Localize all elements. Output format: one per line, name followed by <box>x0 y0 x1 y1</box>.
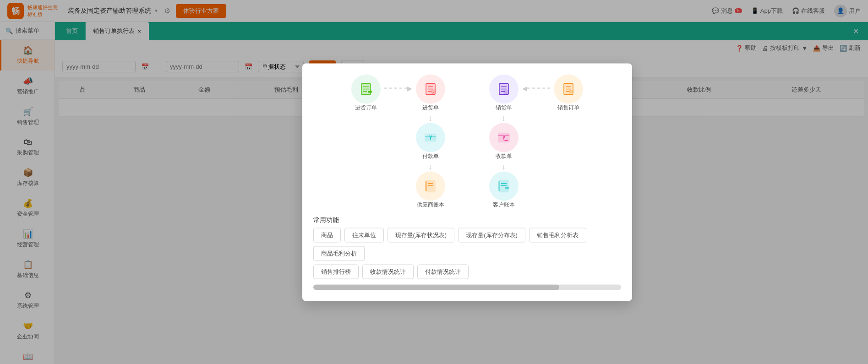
svg-rect-17 <box>504 90 508 93</box>
payment-bill-icon: ¥ <box>416 123 445 152</box>
receipt-bill-icon: ¥ <box>489 123 519 152</box>
flow-popup: 进货订单 ▶ ✓ <box>302 63 632 301</box>
flow-row-arrows-2: ↓ ↓ <box>313 162 621 171</box>
func-buttons-row-1: 商品 往来单位 现存量(库存状况表) 现存量(库存分布表) 销售毛利分析表 商品… <box>313 228 621 261</box>
flow-row-arrows: ↓ ↓ <box>313 113 621 123</box>
svg-text:✓: ✓ <box>431 90 435 94</box>
scrollbar-thumb <box>313 284 560 290</box>
func-buttons-row-2: 销售排行榜 收款情况统计 付款情况统计 <box>313 264 621 279</box>
sales-bill-icon <box>489 74 519 103</box>
purchase-bill-icon: ✓ <box>416 74 445 103</box>
svg-rect-35 <box>499 180 508 192</box>
customer-ledger-icon <box>489 171 519 201</box>
flow-diagram: 进货订单 ▶ ✓ <box>313 74 621 208</box>
func-btn-sales-profit-analysis[interactable]: 销售毛利分析表 <box>529 228 586 242</box>
func-btn-payment-stats[interactable]: 付款情况统计 <box>417 264 469 279</box>
arrow-down-purchase-bill: ↓ <box>416 113 445 123</box>
arrow-down-receipt: ↓ <box>489 162 519 171</box>
flow-node-sales-order[interactable]: 销售订单 <box>554 74 583 111</box>
horizontal-scrollbar[interactable] <box>313 284 621 290</box>
supplier-ledger-icon <box>416 171 445 201</box>
purchase-order-icon <box>351 74 381 103</box>
flow-row-5: 供应商账本 客户账本 <box>313 171 621 208</box>
func-btn-product[interactable]: 商品 <box>313 228 341 242</box>
flow-node-supplier-ledger[interactable]: 供应商账本 <box>416 171 445 208</box>
flow-node-sales-bill[interactable]: 销货单 <box>489 74 519 111</box>
arrow-down-payment: ↓ <box>416 162 445 171</box>
arrow-down-sales-bill: ↓ <box>489 113 519 123</box>
flow-node-payment-bill[interactable]: ¥ 付款单 <box>416 123 445 160</box>
svg-rect-23 <box>569 90 573 93</box>
flow-row-1: 进货订单 ▶ ✓ <box>313 74 621 111</box>
func-btn-product-profit-analysis[interactable]: 商品毛利分析 <box>313 246 365 261</box>
svg-rect-31 <box>425 181 427 191</box>
common-func-title: 常用功能 <box>313 216 621 224</box>
svg-text:¥: ¥ <box>429 134 432 141</box>
flow-row-3: ¥ 付款单 ¥ 收款单 <box>313 123 621 160</box>
func-btn-stock-dist[interactable]: 现存量(库存分布表) <box>458 228 525 242</box>
svg-text:¥: ¥ <box>502 134 505 141</box>
flow-node-purchase-order[interactable]: 进货订单 <box>351 74 381 111</box>
sales-order-icon <box>554 74 583 103</box>
flow-node-purchase-bill[interactable]: ✓ 进货单 <box>416 74 445 111</box>
func-btn-sales-rank[interactable]: 销售排行榜 <box>313 264 359 279</box>
arrow-1: ▶ <box>384 85 412 92</box>
func-btn-receipt-stats[interactable]: 收款情况统计 <box>362 264 414 279</box>
func-btn-contacts[interactable]: 往来单位 <box>344 228 384 242</box>
svg-rect-30 <box>426 180 435 192</box>
flow-node-receipt-bill[interactable]: ¥ 收款单 <box>489 123 519 160</box>
arrow-2: ◀ <box>522 85 550 92</box>
flow-node-customer-ledger[interactable]: 客户账本 <box>489 171 519 208</box>
func-btn-stock-status[interactable]: 现存量(库存状况表) <box>388 228 455 242</box>
common-func-section: 常用功能 商品 往来单位 现存量(库存状况表) 现存量(库存分布表) 销售毛利分… <box>313 216 621 279</box>
svg-rect-36 <box>498 181 500 191</box>
